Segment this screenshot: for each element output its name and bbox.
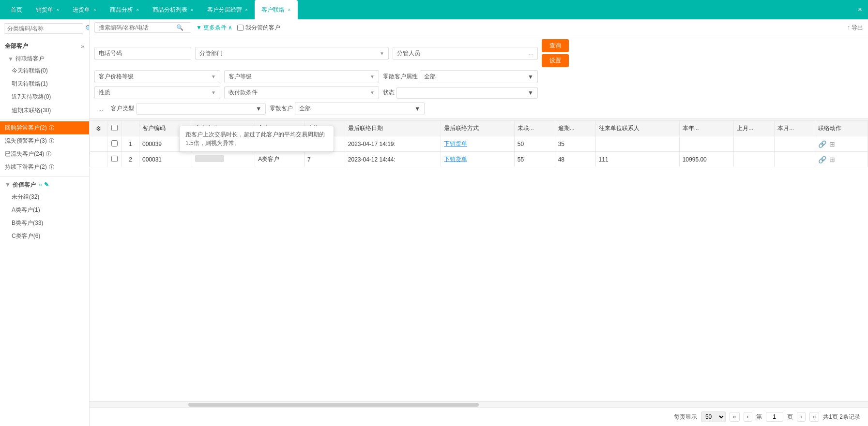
row-checkbox-1[interactable] — [111, 156, 118, 162]
sidebar-search-input[interactable] — [4, 23, 83, 34]
sidebar-item-7days-pending[interactable]: 近7天待联络(0) — [0, 90, 89, 103]
filter-more-conditions[interactable]: ▼ 更多条件 ∧ — [196, 24, 232, 32]
query-button[interactable]: 查询 — [542, 39, 569, 52]
filter-gender-field[interactable]: 性质 ▼ — [94, 86, 220, 99]
page-prefix-label: 第 — [756, 413, 762, 421]
row-grid-icon-1[interactable]: ⊞ — [829, 156, 835, 163]
sidebar-search-icon[interactable]: 🔍 — [85, 25, 90, 32]
value-customers-config-icon[interactable]: ✎ — [44, 181, 49, 188]
col-header-this-year: 本年... — [679, 121, 734, 136]
row-actions-1[interactable]: 🔗 ⊞ — [815, 152, 868, 167]
col-header-settings[interactable]: ⚙ — [90, 121, 107, 136]
filter-retail-attr-select[interactable]: 全部 ▼ — [420, 70, 538, 83]
filter-search-box[interactable]: 🔍 — [94, 22, 191, 33]
filter-search-icon[interactable]: 🔍 — [176, 24, 183, 31]
page-first-btn[interactable]: « — [730, 412, 740, 422]
nav-sales-close[interactable]: × — [56, 7, 59, 13]
filter-row-4: ... 客户类型 ▼ 零散客户 全部 ▼ — [94, 102, 863, 115]
nav-customer-contact-close[interactable]: × — [288, 7, 290, 13]
nav-product-analysis-list[interactable]: 商品分析列表 × — [146, 0, 200, 19]
customer-level-dropdown-icon: ▼ — [370, 74, 375, 79]
page-number-input[interactable] — [766, 412, 783, 422]
row-last-contact-link-0[interactable]: 下销货单 — [444, 140, 467, 147]
retail-attr-dropdown-icon: ▼ — [528, 73, 533, 80]
page-prev-btn[interactable]: ‹ — [744, 412, 752, 422]
sidebar-item-already-lost[interactable]: 已流失客户(24) ⓘ — [0, 147, 89, 161]
filter-retail-customer-select[interactable]: 全部 ▼ — [295, 102, 425, 115]
sidebar-item-repeat-abnormal[interactable]: 回购异常客户(2) ⓘ — [0, 121, 89, 134]
sidebar-item-c-class[interactable]: C类客户(6) — [0, 230, 89, 243]
row-last-contact-method-1[interactable]: 下销货单 — [441, 152, 515, 167]
sidebar-collapse-icon[interactable]: » — [81, 43, 84, 50]
nav-product-list-close[interactable]: × — [190, 7, 193, 13]
nav-customer-tier-close[interactable]: × — [245, 7, 248, 13]
filter-staff-field[interactable]: 分管人员 ... — [393, 47, 538, 60]
page-last-btn[interactable]: » — [809, 412, 820, 422]
filter-search-input[interactable] — [99, 24, 176, 31]
filter-status-select[interactable]: ▼ — [396, 87, 538, 99]
row-last-month-0 — [734, 136, 775, 152]
row-checkbox-0[interactable] — [111, 140, 118, 147]
value-customers-edit-icon[interactable]: ○ — [39, 181, 42, 188]
sidebar-all-customers[interactable]: 全部客户 » — [0, 38, 89, 52]
export-button[interactable]: ↑ 导出 — [847, 24, 863, 32]
filter-customer-type-select[interactable]: ▼ — [136, 103, 266, 115]
filter-payment-field[interactable]: 收付款条件 ▼ — [224, 86, 379, 99]
sidebar-pending-group[interactable]: ▼ 待联络客户 — [0, 52, 89, 64]
nav-product-analysis[interactable]: 商品分析 × — [103, 0, 146, 19]
sidebar-item-b-class[interactable]: B类客户(33) — [0, 217, 89, 230]
col-header-check[interactable] — [107, 121, 122, 136]
filter-phone-field[interactable]: 电话号码 — [94, 47, 191, 60]
settings-button[interactable]: 设置 — [542, 54, 569, 67]
nav-customer-contact[interactable]: 客户联络 × — [255, 0, 297, 19]
row-last-contact-method-0[interactable]: 下销货单 — [441, 136, 515, 152]
staff-more-icon[interactable]: ... — [529, 50, 533, 57]
all-customers-label: 全部客户 — [5, 42, 28, 50]
nav-purchase-close[interactable]: × — [93, 7, 96, 13]
filter-more-arrow: ∧ — [228, 24, 232, 31]
retail-customer-dropdown-icon: ▼ — [414, 105, 420, 112]
filter-retail-attr-area: 零散客户属性 全部 ▼ — [383, 70, 538, 83]
sidebar-item-lost-pending[interactable]: 流失预警客户(3) ⓘ — [0, 134, 89, 147]
sidebar-item-today-pending[interactable]: 今天待联络(0) — [0, 64, 89, 77]
sidebar-value-customers-group[interactable]: ▼ 价值客户 ○ ✎ — [0, 178, 89, 191]
nav-customer-tier[interactable]: 客户分层经营 × — [200, 0, 255, 19]
status-dropdown-icon: ▼ — [528, 89, 533, 96]
nav-sales[interactable]: 销货单 × — [29, 0, 66, 19]
filter-customer-level-field[interactable]: 客户等级 ▼ — [224, 70, 379, 83]
tooltip-popup: 距客户上次交易时长，超过了此客户的平均交易周期的1.5倍，则视为异常。 — [179, 126, 334, 152]
horizontal-scrollbar[interactable] — [90, 401, 868, 407]
row-actions-0[interactable]: 🔗 ⊞ — [815, 136, 868, 152]
sidebar-item-tomorrow-pending[interactable]: 明天待联络(1) — [0, 77, 89, 90]
filter-more-dots[interactable]: ... — [94, 103, 107, 114]
col-header-overdue: 逾期... — [555, 121, 595, 136]
page-next-btn[interactable]: › — [797, 412, 806, 422]
sidebar-item-a-class[interactable]: A类客户(1) — [0, 204, 89, 217]
per-page-select[interactable]: 50 10 20 100 — [701, 411, 726, 422]
row-grid-icon-0[interactable]: ⊞ — [829, 140, 835, 148]
select-all-checkbox[interactable] — [111, 125, 118, 131]
filter-my-customer[interactable]: 我分管的客户 — [237, 24, 280, 32]
window-close-button[interactable]: × — [858, 5, 862, 14]
query-settings-btn-group: 查询 设置 — [542, 39, 569, 67]
filter-status-area: 状态 ▼ — [383, 87, 538, 99]
nav-product-analysis-close[interactable]: × — [136, 7, 139, 13]
sidebar: 🔍 全部客户 » ▼ 待联络客户 今天待联络(0) 明天待联络(1) 近7天待联… — [0, 19, 90, 426]
nav-home[interactable]: 首页 — [4, 0, 29, 19]
row-link-icon-1[interactable]: 🔗 — [818, 156, 826, 163]
filter-dept-field[interactable]: 分管部门 ▼ — [195, 47, 389, 60]
scrollbar-thumb[interactable] — [188, 403, 479, 407]
sidebar-search-area: 🔍 — [0, 19, 89, 38]
sidebar-item-ungroup[interactable]: 未分组(32) — [0, 191, 89, 204]
my-customer-checkbox[interactable] — [237, 25, 244, 31]
row-last-contact-link-1[interactable]: 下销货单 — [444, 156, 467, 162]
row-link-icon-0[interactable]: 🔗 — [818, 140, 826, 148]
sidebar-item-overdue-pending[interactable]: 逾期未联络(30) — [0, 104, 89, 117]
row-check-1[interactable] — [107, 152, 122, 167]
filter-retail-customer-area: 零散客户 全部 ▼ — [270, 102, 425, 115]
top-nav: 首页 销货单 × 进货单 × 商品分析 × 商品分析列表 × 客户分层经营 × … — [0, 0, 868, 19]
nav-purchase[interactable]: 进货单 × — [66, 0, 103, 19]
filter-price-level-field[interactable]: 客户价格等级 ▼ — [94, 70, 220, 83]
sidebar-item-continuous-down[interactable]: 持续下滑客户(2) ⓘ — [0, 161, 89, 174]
row-check-0[interactable] — [107, 136, 122, 152]
